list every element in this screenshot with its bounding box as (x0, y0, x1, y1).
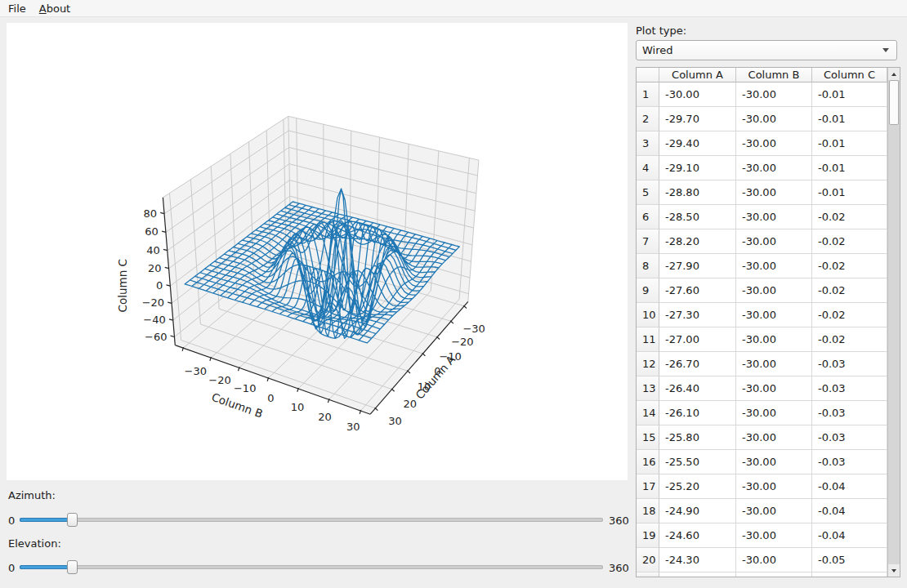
table-row[interactable]: 20-24.30-30.00-0.05 (637, 548, 900, 572)
cell-column-c[interactable]: -0.02 (812, 254, 887, 278)
cell-column-c[interactable]: -0.02 (812, 205, 887, 229)
cell-column-a[interactable]: -25.20 (659, 474, 736, 499)
row-number[interactable]: 13 (637, 376, 659, 401)
cell-column-c[interactable]: -0.01 (812, 156, 887, 180)
cell-column-a[interactable]: -27.00 (659, 327, 736, 352)
menu-file[interactable]: File (2, 1, 33, 16)
cell-column-b[interactable]: -30.00 (736, 229, 812, 254)
row-number[interactable]: 17 (637, 474, 659, 499)
table-row[interactable]: 1-30.00-30.00-0.01 (637, 82, 900, 107)
cell-column-b[interactable]: -30.00 (736, 474, 812, 499)
cell-column-c[interactable]: -0.03 (812, 376, 887, 401)
table-row[interactable]: 8-27.90-30.00-0.02 (637, 254, 900, 278)
cell-column-b[interactable]: -30.00 (736, 548, 812, 572)
cell-column-c[interactable]: -0.02 (812, 327, 887, 352)
row-number[interactable]: 10 (637, 303, 659, 327)
azimuth-slider[interactable] (20, 513, 603, 527)
table-row[interactable]: 17-25.20-30.00-0.04 (637, 474, 900, 499)
cell-column-b[interactable]: -30.00 (736, 107, 812, 131)
table-row[interactable]: 10-27.30-30.00-0.02 (637, 303, 900, 327)
cell-column-b[interactable]: -30.00 (736, 205, 812, 229)
row-number[interactable]: 16 (637, 450, 659, 474)
table-row[interactable]: 13-26.40-30.00-0.03 (637, 376, 900, 401)
cell-column-a[interactable]: -26.40 (659, 376, 736, 401)
row-number[interactable]: 20 (637, 548, 659, 572)
table-row[interactable]: 11-27.00-30.00-0.02 (637, 327, 900, 352)
cell-column-c[interactable]: -0.04 (812, 474, 887, 499)
row-number[interactable]: 5 (637, 180, 659, 205)
table-row[interactable]: 12-26.70-30.00-0.03 (637, 352, 900, 376)
cell-column-c[interactable]: -0.03 (812, 450, 887, 474)
cell-column-b[interactable]: -30.00 (736, 425, 812, 450)
cell-column-a[interactable]: -29.70 (659, 107, 736, 131)
cell-column-a[interactable]: -27.60 (659, 278, 736, 303)
column-header-a[interactable]: Column A (659, 68, 736, 82)
cell-column-b[interactable]: -30.00 (736, 450, 812, 474)
cell-column-c[interactable]: -0.01 (812, 180, 887, 205)
column-header-c[interactable]: Column C (812, 68, 887, 82)
table-row[interactable]: 6-28.50-30.00-0.02 (637, 205, 900, 229)
table-vertical-scrollbar[interactable] (887, 68, 900, 577)
row-number[interactable]: 11 (637, 327, 659, 352)
table-row[interactable]: 5-28.80-30.00-0.01 (637, 180, 900, 205)
row-number[interactable]: 9 (637, 278, 659, 303)
cell-column-a[interactable]: -25.50 (659, 450, 736, 474)
cell-column-c[interactable]: -0.02 (812, 303, 887, 327)
table-row[interactable]: 15-25.80-30.00-0.03 (637, 425, 900, 450)
row-number[interactable]: 19 (637, 523, 659, 548)
cell-column-c[interactable]: -0.03 (812, 352, 887, 376)
table-row[interactable]: 9-27.60-30.00-0.02 (637, 278, 900, 303)
cell-column-a[interactable]: -24.30 (659, 548, 736, 572)
cell-column-c[interactable]: -0.04 (812, 499, 887, 523)
azimuth-slider-handle[interactable] (67, 513, 78, 527)
cell-column-c[interactable]: -0.03 (812, 401, 887, 425)
cell-column-a[interactable]: -28.80 (659, 180, 736, 205)
cell-column-b[interactable]: -30.00 (736, 523, 812, 548)
cell-column-c[interactable]: -0.01 (812, 82, 887, 107)
cell-column-c[interactable]: -0.03 (812, 425, 887, 450)
scroll-up-button[interactable] (888, 68, 900, 80)
cell-column-a[interactable]: -28.20 (659, 229, 736, 254)
row-number[interactable]: 15 (637, 425, 659, 450)
table-row[interactable]: 16-25.50-30.00-0.03 (637, 450, 900, 474)
row-number[interactable]: 8 (637, 254, 659, 278)
cell-column-b[interactable]: -30.00 (736, 180, 812, 205)
row-number[interactable]: 18 (637, 499, 659, 523)
cell-column-b[interactable]: -30.00 (736, 376, 812, 401)
cell-column-b[interactable]: -30.00 (736, 82, 812, 107)
row-number[interactable]: 4 (637, 156, 659, 180)
cell-column-b[interactable]: -30.00 (736, 278, 812, 303)
table-row[interactable]: 4-29.10-30.00-0.01 (637, 156, 900, 180)
cell-column-a[interactable]: -24.60 (659, 523, 736, 548)
row-number[interactable]: 6 (637, 205, 659, 229)
cell-column-b[interactable]: -30.00 (736, 327, 812, 352)
table-row[interactable]: 7-28.20-30.00-0.02 (637, 229, 900, 254)
row-number[interactable]: 2 (637, 107, 659, 131)
cell-column-b[interactable]: -30.00 (736, 401, 812, 425)
cell-column-b[interactable]: -30.00 (736, 131, 812, 156)
cell-column-c[interactable]: -0.01 (812, 131, 887, 156)
table-row[interactable]: 19-24.60-30.00-0.04 (637, 523, 900, 548)
cell-column-a[interactable]: -24.90 (659, 499, 736, 523)
row-number[interactable]: 7 (637, 229, 659, 254)
cell-column-b[interactable]: -30.00 (736, 499, 812, 523)
row-number[interactable]: 14 (637, 401, 659, 425)
cell-column-b[interactable]: -30.00 (736, 303, 812, 327)
table-row[interactable]: 14-26.10-30.00-0.03 (637, 401, 900, 425)
cell-column-b[interactable]: -30.00 (736, 156, 812, 180)
table-row[interactable]: 2-29.70-30.00-0.01 (637, 107, 900, 131)
scrollbar-thumb[interactable] (889, 80, 899, 125)
table-row[interactable]: 18-24.90-30.00-0.04 (637, 499, 900, 523)
cell-column-c[interactable]: -0.05 (812, 548, 887, 572)
cell-column-a[interactable]: -29.40 (659, 131, 736, 156)
row-number[interactable]: 12 (637, 352, 659, 376)
plot-type-select[interactable]: Wired (636, 40, 897, 60)
cell-column-a[interactable]: -29.10 (659, 156, 736, 180)
cell-column-b[interactable]: -30.00 (736, 352, 812, 376)
cell-column-a[interactable]: -26.70 (659, 352, 736, 376)
cell-column-b[interactable]: -30.00 (736, 254, 812, 278)
scroll-down-button[interactable] (888, 564, 900, 577)
elevation-slider-handle[interactable] (67, 560, 78, 574)
cell-column-c[interactable]: -0.02 (812, 278, 887, 303)
cell-column-c[interactable]: -0.02 (812, 229, 887, 254)
